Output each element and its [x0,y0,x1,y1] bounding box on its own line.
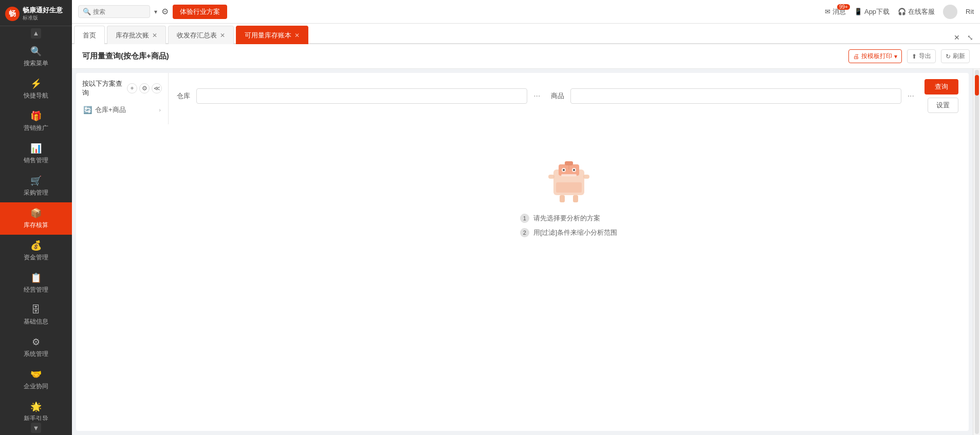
empty-tip-1: 1 请先选择要分析的方案 [520,214,617,223]
filter-area: 按以下方案查询 + ⚙ ≪ 🔄 仓库+商品 › [76,73,969,431]
empty-tip-2: 2 用[过滤]条件来缩小分析范围 [520,228,617,237]
sidebar-label-enterprise: 企业协同 [24,382,48,391]
service-label: 在线客服 [908,7,935,16]
export-btn[interactable]: ⬆ 导出 [907,49,936,63]
tab-available-close[interactable]: ✕ [294,32,300,39]
svg-rect-9 [565,161,573,165]
scroll-down-btn[interactable]: ▼ [31,423,41,433]
print-icon: 🖨 [853,53,859,60]
filter-sidebar-header: 按以下方案查询 + ⚙ ≪ [76,79,168,102]
sidebar-brand: 畅 畅康通好生意 标准版 [5,6,67,22]
sidebar-item-inventory[interactable]: 📦 库存核算 [0,202,72,235]
empty-state: 1 请先选择要分析的方案 2 用[过滤]条件来缩小分析范围 [177,113,960,278]
message-icon: ✉ [825,8,830,15]
sidebar-item-system[interactable]: ⚙ 系统管理 [0,331,72,364]
gear-icon[interactable]: ⚙ [161,7,169,16]
purchase-icon: 🛒 [30,175,42,186]
tab-batch-close[interactable]: ✕ [152,32,157,39]
sidebar: 畅 畅康通好生意 标准版 ▲ 🔍 搜索菜单 ⚡ 快捷导航 🎁 营销推广 [0,0,72,435]
trial-btn[interactable]: 体验行业方案 [173,5,227,19]
shortcut-icon: ⚡ [30,78,42,89]
app-icon: 📱 [854,8,862,15]
page-title-actions: 🖨 按模板打印 ▾ ⬆ 导出 ↻ 刷新 [848,49,970,63]
manage-scheme-btn[interactable]: ⚙ [139,83,150,93]
refresh-icon: ↻ [946,53,951,60]
right-scrollbar[interactable] [973,69,980,435]
page-title: 可用量查询(按仓库+商品) [82,51,169,61]
warehouse-more-btn[interactable]: ··· [531,91,542,101]
svg-rect-10 [560,195,565,202]
sidebar-header: 畅 畅康通好生意 标准版 [0,0,72,26]
username-label[interactable]: Rit [966,8,974,15]
empty-tips: 1 请先选择要分析的方案 2 用[过滤]条件来缩小分析范围 [520,214,617,237]
maximize-window-btn[interactable]: ⤡ [965,32,976,43]
message-btn[interactable]: ✉ 消息 99+ [825,7,846,16]
sidebar-label-newguide: 新手引导 [24,414,48,421]
sidebar-item-marketing[interactable]: 🎁 营销推广 [0,105,72,138]
scrollbar-thumb[interactable] [975,75,979,96]
tab-home[interactable]: 首页 [74,26,105,44]
svg-rect-13 [583,175,589,179]
topbar-search-box[interactable]: 🔍 [78,5,150,18]
brand-edition: 标准版 [23,14,63,22]
refresh-label: 刷新 [953,52,965,61]
tab-summary-label: 收发存汇总表 [177,31,217,40]
svg-rect-12 [548,175,554,179]
sidebar-item-purchase[interactable]: 🛒 采购管理 [0,170,72,202]
sidebar-item-basic[interactable]: 🗄 基础信息 [0,299,72,331]
scheme-item-warehouse-product[interactable]: 🔄 仓库+商品 › [76,102,168,118]
marketing-icon: 🎁 [30,110,42,122]
inventory-icon: 📦 [30,207,42,219]
sidebar-item-finance[interactable]: 💰 资金管理 [0,235,72,267]
scheme-item-label: 仓库+商品 [95,105,126,115]
tab-available-label: 可用量库存账本 [245,31,291,40]
newguide-icon: 🌟 [30,401,42,412]
sidebar-item-shortcut[interactable]: ⚡ 快捷导航 [0,73,72,105]
tab-summary[interactable]: 收发存汇总表 ✕ [168,26,234,44]
basic-icon: 🗄 [31,305,41,315]
dropdown-arrow[interactable]: ▾ [154,8,157,15]
refresh-btn[interactable]: ↻ 刷新 [941,49,970,63]
filter-sidebar: 按以下方案查询 + ⚙ ≪ 🔄 仓库+商品 › [76,73,169,124]
scrollbar-track [975,70,979,434]
search-icon: 🔍 [30,46,42,57]
sidebar-item-search[interactable]: 🔍 搜索菜单 [0,41,72,73]
sidebar-item-operation[interactable]: 📋 经营管理 [0,267,72,299]
sidebar-item-sales[interactable]: 📊 销售管理 [0,138,72,170]
message-badge: 99+ [837,4,850,10]
settings-btn[interactable]: 设置 [928,98,958,113]
sidebar-label-system: 系统管理 [24,350,48,358]
topbar-right: ✉ 消息 99+ 📱 App下载 🎧 在线客服 Rit [825,5,974,19]
main-content: 🔍 ▾ ⚙ 体验行业方案 ✉ 消息 99+ 📱 App下载 🎧 在线 [72,0,980,435]
filter-row: 仓库 ··· 商品 ··· 查询 设置 [177,79,960,113]
tab-summary-close[interactable]: ✕ [220,32,225,39]
page-content: 可用量查询(按仓库+商品) 🖨 按模板打印 ▾ ⬆ 导出 ↻ 刷新 [72,44,980,435]
svg-rect-7 [556,182,582,193]
tab-batch[interactable]: 库存批次账 ✕ [107,26,166,44]
brand-name: 畅康通好生意 [23,6,63,14]
sidebar-label-search: 搜索菜单 [24,59,48,68]
sidebar-label-inventory: 库存核算 [24,221,48,230]
warehouse-input[interactable] [196,88,527,104]
avatar [943,5,957,19]
print-btn[interactable]: 🖨 按模板打印 ▾ [848,49,902,63]
close-window-btn[interactable]: ✕ [951,32,963,43]
app-download-btn[interactable]: 📱 App下载 [854,7,890,16]
product-input[interactable] [570,88,901,104]
add-scheme-btn[interactable]: + [127,83,137,93]
scroll-up-btn[interactable]: ▲ [31,28,41,39]
scheme-icon: 🔄 [83,106,92,114]
tab-available[interactable]: 可用量库存账本 ✕ [236,26,308,44]
sidebar-item-newguide[interactable]: 🌟 新手引导 [0,396,72,421]
product-more-btn[interactable]: ··· [905,91,916,101]
sidebar-label-purchase: 采购管理 [24,188,48,197]
collapse-btn[interactable]: ≪ [152,83,162,93]
svg-rect-6 [561,174,577,176]
print-dropdown-icon[interactable]: ▾ [894,53,897,60]
topbar: 🔍 ▾ ⚙ 体验行业方案 ✉ 消息 99+ 📱 App下载 🎧 在线 [72,0,980,24]
query-btn[interactable]: 查询 [924,79,958,94]
operation-icon: 📋 [30,272,42,283]
sidebar-item-enterprise[interactable]: 🤝 企业协同 [0,364,72,396]
search-input[interactable] [93,8,144,15]
online-service-btn[interactable]: 🎧 在线客服 [898,7,935,16]
